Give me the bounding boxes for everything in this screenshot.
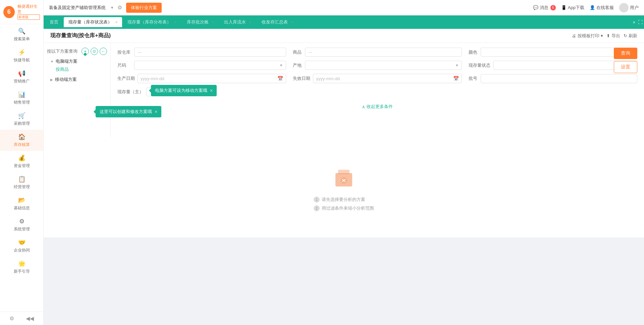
- sidebar-item-guide[interactable]: 🌟 新手引导: [0, 257, 43, 278]
- tab-summary[interactable]: 收发存汇总表 ×: [257, 17, 298, 27]
- collapse-label: 收起更多条件: [367, 104, 393, 110]
- sidebar-collapse-btn[interactable]: ◀◀: [26, 315, 34, 322]
- tab-batch-account[interactable]: 库存批次账 ×: [182, 17, 219, 27]
- tab-inventory-status[interactable]: 现存量（库存状况表） ×: [64, 17, 122, 27]
- origin-arrow-icon: ▾: [456, 63, 458, 68]
- sidebar-item-guide-label: 新手引导: [14, 269, 30, 274]
- production-date-calendar-icon[interactable]: 📅: [277, 76, 283, 81]
- user-avatar: [619, 3, 629, 12]
- export-btn[interactable]: ⬆ 导出: [606, 33, 620, 39]
- sidebar-item-enterprise[interactable]: 🤝 企业协同: [0, 235, 43, 257]
- app-download-btn[interactable]: 📱 App下载: [561, 5, 584, 11]
- page-header: 现存量查询(按仓库+商品) 🖨 按模板打印 ▾ ⬆ 导出 ↻ 刷新: [44, 29, 644, 43]
- sidebar-item-search[interactable]: 🔍 搜索菜单: [0, 24, 43, 45]
- user-btn[interactable]: 用户: [619, 3, 639, 12]
- expiry-date-input[interactable]: yyyy-mm-dd 📅: [313, 74, 462, 83]
- origin-label: 产地: [293, 62, 302, 68]
- tabbar-end: × ⛶: [633, 19, 643, 25]
- tabbar-fullscreen-icon[interactable]: ⛶: [638, 19, 643, 25]
- goods-input[interactable]: ···: [305, 48, 462, 57]
- sidebar-item-purchase[interactable]: 🛒 采购管理: [0, 109, 43, 130]
- tooltip-edit-close-btn[interactable]: ×: [155, 109, 157, 114]
- sidebar-item-sales[interactable]: 📊 销售管理: [0, 88, 43, 109]
- goods-label: 商品: [293, 49, 302, 55]
- tooltip-edit-text: 这里可以创建和修改方案哦: [100, 109, 152, 115]
- scheme-pc-label: 电脑端方案: [56, 58, 77, 64]
- origin-field: 产地 ▾: [293, 61, 462, 70]
- sidebar-item-basic[interactable]: 📂 基础信息: [0, 193, 43, 214]
- refresh-icon: ↻: [624, 33, 627, 38]
- tooltip-scheme-close-btn[interactable]: ×: [210, 88, 213, 93]
- export-icon: ⬆: [606, 33, 610, 38]
- copy-scheme-btn[interactable]: ⊙: [91, 48, 98, 55]
- sidebar-item-finance[interactable]: 💰 资金管理: [0, 151, 43, 172]
- refresh-btn[interactable]: ↻ 刷新: [624, 33, 637, 39]
- tab-inout-flow-label: 出入库流水: [224, 19, 246, 25]
- message-icon: 💬: [533, 5, 538, 10]
- tooltip-edit: 这里可以创建和修改方案哦 ×: [96, 106, 161, 117]
- print-btn[interactable]: 🖨 按模板打印 ▾: [572, 33, 603, 39]
- tab-home-label: 首页: [50, 19, 58, 25]
- sidebar-item-quicknav[interactable]: ⚡ 快捷导航: [0, 45, 43, 66]
- sidebar-item-marketing[interactable]: 📢 营销推广: [0, 66, 43, 88]
- warehouse-input[interactable]: ···: [134, 48, 286, 57]
- marketing-icon: 📢: [18, 70, 25, 77]
- production-date-input[interactable]: yyyy-mm-dd 📅: [138, 74, 286, 83]
- scheme-item-mobile[interactable]: ▶ 移动端方案: [50, 76, 107, 83]
- tooltip-edit-arrow: [94, 110, 96, 114]
- sidebar-settings-btn[interactable]: ⚙: [9, 315, 14, 322]
- inventory-status-field: 现存量状态 ▾: [469, 61, 637, 70]
- tab-batch-account-close-icon[interactable]: ×: [212, 20, 214, 24]
- goods-dots: ···: [309, 50, 312, 55]
- system-icon: ⚙: [19, 218, 24, 225]
- sidebar-item-operations[interactable]: 📋 经营管理: [0, 172, 43, 193]
- system-name-arrow-icon: ▾: [111, 5, 113, 10]
- sidebar-item-sales-label: 销售管理: [14, 100, 30, 105]
- logo-tag: 标准版: [17, 14, 40, 20]
- warehouse-dots: ···: [138, 50, 142, 55]
- sidebar-item-system-label: 系统管理: [14, 226, 30, 232]
- tab-batch-account-label: 库存批次账: [187, 19, 209, 25]
- size-select[interactable]: ▾: [134, 61, 286, 70]
- sidebar-item-system[interactable]: ⚙ 系统管理: [0, 214, 43, 235]
- sidebar-item-enterprise-label: 企业协同: [14, 248, 30, 253]
- scheme-panel-header: 按以下方案查询 + ⊙ ←: [47, 48, 107, 55]
- reset-btn[interactable]: 设置: [614, 61, 637, 73]
- expiry-date-label: 失效日期: [293, 75, 310, 82]
- collapse-bar[interactable]: ∧ 收起更多条件: [117, 100, 637, 113]
- topbar-right: 💬 消息 6 📱 App下载 👤 在线客服 用户: [533, 3, 639, 12]
- filter-row-1: 按仓库 ··· 商品 ···: [117, 48, 637, 57]
- tab-inout-flow-close-icon[interactable]: ×: [249, 20, 251, 24]
- tab-inventory-dist-label: 现存量（库存分布表）: [127, 19, 171, 25]
- scheme-subitem[interactable]: 按商品: [56, 66, 107, 72]
- tab-inventory-dist[interactable]: 现存量（库存分布表） ×: [123, 17, 181, 27]
- inventory-status-label: 现存量状态: [469, 62, 490, 68]
- tabbar-close-icon[interactable]: ×: [633, 20, 635, 25]
- origin-select[interactable]: ▾: [305, 61, 462, 70]
- online-service-btn[interactable]: 👤 在线客服: [590, 5, 614, 11]
- back-btn[interactable]: ←: [100, 48, 107, 55]
- scheme-pc-sub: 按商品: [50, 66, 107, 72]
- scheme-item-pc[interactable]: ▼ 电脑端方案: [50, 58, 107, 64]
- sidebar-item-inventory[interactable]: 🏠 库存核算: [0, 130, 43, 151]
- topbar: 装备及固定资产辅助管理系统 ▾ ⚙ 体验行业方案 💬 消息 6 📱 App下载 …: [44, 0, 644, 15]
- scheme-pc-arrow-icon: ▼: [50, 60, 54, 63]
- tab-inout-flow[interactable]: 出入库流水 ×: [219, 17, 256, 27]
- query-btn[interactable]: 查询: [614, 48, 637, 59]
- tab-summary-close-icon[interactable]: ×: [291, 20, 293, 24]
- print-label: 按模板打印: [578, 33, 599, 39]
- batch-input[interactable]: [481, 74, 637, 83]
- batch-label: 批号: [469, 75, 478, 82]
- empty-state: 1 请先选择要分析的方案 2 用过滤条件来缩小分析范围: [314, 163, 374, 211]
- message-btn[interactable]: 💬 消息 6: [533, 5, 556, 11]
- topbar-settings-btn[interactable]: ⚙: [117, 4, 122, 11]
- industry-btn[interactable]: 体验行业方案: [126, 3, 162, 13]
- tab-home[interactable]: 首页: [45, 17, 63, 27]
- expiry-date-calendar-icon[interactable]: 📅: [453, 76, 459, 81]
- sidebar-item-operations-label: 经营管理: [14, 184, 30, 190]
- online-service-label: 在线客服: [596, 5, 614, 11]
- main-content: 装备及固定资产辅助管理系统 ▾ ⚙ 体验行业方案 💬 消息 6 📱 App下载 …: [44, 0, 644, 325]
- sidebar-nav: 🔍 搜索菜单 ⚡ 快捷导航 📢 营销推广 📊 销售管理 🛒 采购管理 🏠: [0, 24, 43, 312]
- tab-inventory-dist-close-icon[interactable]: ×: [174, 20, 176, 24]
- tab-inventory-status-close-icon[interactable]: ×: [115, 20, 117, 24]
